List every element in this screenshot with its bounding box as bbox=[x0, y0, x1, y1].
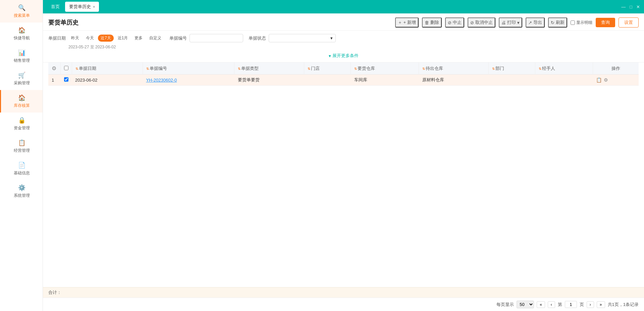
pill-7days[interactable]: 近7天 bbox=[98, 35, 114, 42]
export-button[interactable]: ↗ 导出 bbox=[526, 17, 545, 28]
operation-icon: 📋 bbox=[18, 139, 25, 146]
page-of-label: 页 bbox=[580, 302, 584, 308]
query-button[interactable]: 查询 bbox=[596, 18, 615, 27]
refresh-button[interactable]: ↻ 刷新 bbox=[548, 17, 567, 28]
new-icon: ＋ bbox=[398, 19, 402, 26]
delete-icon: 🗑 bbox=[425, 20, 429, 25]
col-handler: ⇅经手人 bbox=[535, 62, 593, 75]
col-settings[interactable]: ⚙ bbox=[48, 62, 60, 75]
sort-icon-pending-wh[interactable]: ⇅ bbox=[422, 67, 425, 71]
inventory-icon: 🏠 bbox=[18, 94, 25, 101]
expand-icon: ▾ bbox=[329, 53, 331, 58]
page-size-select[interactable]: 50 10 20 100 bbox=[517, 301, 534, 308]
prev-page-button[interactable]: ‹ bbox=[548, 301, 555, 308]
toolbar: ＋ + 新增 🗑 删除 ⊘ 中止 ⊘ 取消中止 🖨 打印 bbox=[395, 17, 639, 28]
status-select[interactable]: ▾ bbox=[269, 34, 336, 42]
status-label: 单据状态 bbox=[249, 35, 266, 41]
edit-action-icon[interactable]: ⚙ bbox=[604, 77, 608, 83]
row-doc-no[interactable]: YH-20230602-0 bbox=[143, 75, 234, 86]
sidebar-item-purchase[interactable]: 🛒 采购管理 bbox=[0, 68, 43, 90]
sort-icon-store[interactable]: ⇅ bbox=[308, 67, 310, 71]
view-action-icon[interactable]: 📋 bbox=[596, 77, 602, 83]
row-handler bbox=[535, 75, 593, 86]
pill-custom[interactable]: 自定义 bbox=[147, 35, 164, 42]
table-wrapper: ⚙ ⇅单据日期 ⇅单据编号 ⇅单据类型 bbox=[43, 62, 644, 287]
window-minimize-icon[interactable]: — bbox=[621, 4, 626, 9]
settings-col-icon[interactable]: ⚙ bbox=[52, 65, 56, 71]
stop-button[interactable]: ⊘ 中止 bbox=[445, 17, 464, 28]
date-filter-label: 单据日期 bbox=[48, 35, 66, 41]
stop-icon: ⊘ bbox=[448, 20, 451, 25]
data-table: ⚙ ⇅单据日期 ⇅单据编号 ⇅单据类型 bbox=[48, 62, 639, 86]
tab-purchase-history[interactable]: 要货单历史 × bbox=[65, 2, 99, 12]
show-detail-toggle[interactable]: 显示明细 bbox=[571, 20, 592, 26]
doc-no-link[interactable]: YH-20230602-0 bbox=[146, 78, 177, 83]
delete-button[interactable]: 🗑 删除 bbox=[422, 17, 442, 28]
row-store bbox=[304, 75, 351, 86]
sidebar-item-system[interactable]: ⚙️ 系统管理 bbox=[0, 180, 43, 203]
window-close-icon[interactable]: ✕ bbox=[636, 4, 640, 9]
tab-home[interactable]: 首页 bbox=[47, 2, 64, 12]
sort-icon-doc-no[interactable]: ⇅ bbox=[146, 67, 149, 71]
main-area: 首页 要货单历史 × — □ ✕ 要货单历史 ＋ + 新增 🗑 删除 bbox=[43, 0, 644, 311]
row-select-checkbox[interactable] bbox=[64, 77, 68, 82]
sidebar-item-search-menu[interactable]: 🔍 搜索菜单 bbox=[0, 0, 43, 23]
row-pending-warehouse: 原材料仓库 bbox=[419, 75, 489, 86]
next-page-button[interactable]: › bbox=[587, 301, 594, 308]
sort-icon-req-wh[interactable]: ⇅ bbox=[354, 67, 357, 71]
page-number-input[interactable] bbox=[565, 301, 577, 308]
sort-icon-doc-type[interactable]: ⇅ bbox=[238, 67, 240, 71]
row-action: 📋 ⚙ bbox=[593, 75, 639, 86]
pill-today[interactable]: 今天 bbox=[83, 35, 97, 42]
sort-icon-dept[interactable]: ⇅ bbox=[492, 67, 495, 71]
date-pills: 昨天 今天 近7天 近1月 更多 自定义 bbox=[68, 35, 164, 42]
print-button[interactable]: 🖨 打印 ▾ bbox=[499, 17, 522, 28]
filter-area: 单据日期 昨天 今天 近7天 近1月 更多 自定义 单据编号 bbox=[43, 31, 644, 62]
pill-yesterday[interactable]: 昨天 bbox=[68, 35, 82, 42]
table-row: 1 2023-06-02 YH-20230602-0 要货单要货 车间库 原材料… bbox=[48, 75, 639, 86]
sidebar-item-basic[interactable]: 📄 基础信息 bbox=[0, 158, 43, 180]
select-all-checkbox[interactable] bbox=[64, 66, 68, 70]
col-pending-warehouse: ⇅待出仓库 bbox=[419, 62, 489, 75]
first-page-button[interactable]: « bbox=[537, 301, 545, 308]
pagination: 每页显示 50 10 20 100 « ‹ 第 页 › » 共1页，1条记录 bbox=[43, 298, 644, 311]
status-dropdown-icon: ▾ bbox=[330, 36, 333, 41]
col-doc-type: ⇅单据类型 bbox=[234, 62, 304, 75]
row-checkbox[interactable] bbox=[60, 75, 72, 86]
page-size-label: 每页显示 bbox=[496, 302, 514, 308]
show-detail-checkbox[interactable] bbox=[571, 20, 575, 25]
last-page-button[interactable]: » bbox=[597, 301, 605, 308]
sort-icon-date[interactable]: ⇅ bbox=[75, 67, 78, 71]
sidebar-item-quick-nav[interactable]: 🏠 快捷导航 bbox=[0, 23, 43, 45]
sidebar-item-sales[interactable]: 📊 销售管理 bbox=[0, 45, 43, 68]
settings-button[interactable]: 设置 bbox=[619, 17, 639, 28]
row-req-warehouse: 车间库 bbox=[351, 75, 419, 86]
pill-more[interactable]: 更多 bbox=[132, 35, 145, 42]
total-info: 共1页，1条记录 bbox=[608, 302, 639, 308]
table-footer-summary: 合计： bbox=[43, 287, 644, 298]
expand-filter-button[interactable]: ▾ 展开更多条件 bbox=[48, 53, 639, 59]
date-range-display: 2023-05-27 至 2023-06-02 bbox=[68, 44, 116, 50]
purchase-icon: 🛒 bbox=[18, 72, 25, 79]
date-filter-group: 单据日期 昨天 今天 近7天 近1月 更多 自定义 bbox=[48, 35, 164, 42]
action-icons-group: 📋 ⚙ bbox=[596, 77, 635, 83]
sidebar: 🔍 搜索菜单 🏠 快捷导航 📊 销售管理 🛒 采购管理 🏠 库存核算 🔒 资金管… bbox=[0, 0, 43, 311]
col-checkbox bbox=[60, 62, 72, 75]
col-req-warehouse: ⇅要货仓库 bbox=[351, 62, 419, 75]
status-filter-group: 单据状态 ▾ bbox=[249, 34, 336, 42]
page-label: 第 bbox=[558, 302, 562, 308]
sidebar-item-finance[interactable]: 🔒 资金管理 bbox=[0, 113, 43, 135]
system-icon: ⚙️ bbox=[18, 184, 25, 191]
sidebar-item-inventory[interactable]: 🏠 库存核算 bbox=[0, 90, 43, 113]
pill-1month[interactable]: 近1月 bbox=[115, 35, 131, 42]
window-maximize-icon[interactable]: □ bbox=[630, 4, 632, 9]
sort-icon-handler[interactable]: ⇅ bbox=[539, 67, 541, 71]
tab-close-icon[interactable]: × bbox=[93, 5, 95, 9]
doc-no-input[interactable] bbox=[190, 34, 243, 42]
new-button[interactable]: ＋ + 新增 bbox=[395, 17, 419, 28]
cancel-stop-button[interactable]: ⊘ 取消中止 bbox=[468, 17, 495, 28]
sidebar-item-operation[interactable]: 📋 经营管理 bbox=[0, 135, 43, 158]
col-department: ⇅部门 bbox=[489, 62, 535, 75]
cancel-stop-icon: ⊘ bbox=[470, 20, 474, 25]
page-content: 要货单历史 ＋ + 新增 🗑 删除 ⊘ 中止 ⊘ 取消中止 bbox=[43, 13, 644, 311]
